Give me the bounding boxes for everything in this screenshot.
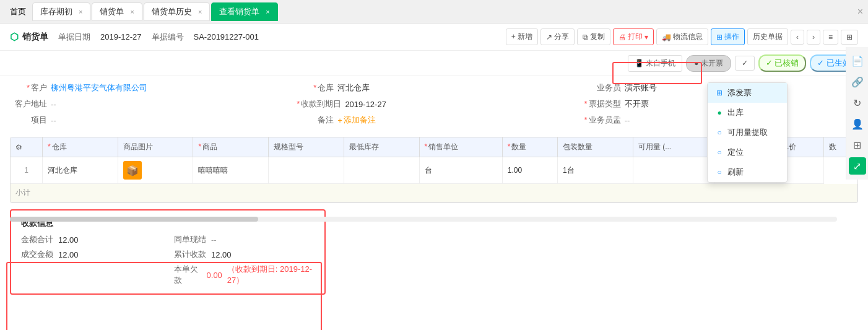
sidebar-icon-4[interactable]: 👤 bbox=[849, 115, 866, 132]
total-amount-label: 金额合计 bbox=[21, 234, 53, 245]
row-available bbox=[633, 157, 714, 184]
print-icon: 🖨 bbox=[618, 33, 626, 41]
row-image: 📦 bbox=[118, 157, 193, 184]
prev-button[interactable]: ‹ bbox=[791, 30, 804, 45]
verified-label: 已核销 bbox=[775, 58, 799, 67]
row-min-stock bbox=[344, 157, 419, 184]
row-num: 1 bbox=[11, 157, 43, 184]
doc-type-label: 销货单 bbox=[22, 32, 48, 43]
col-min-stock: 最低库存 bbox=[344, 137, 419, 157]
tab-sales[interactable]: 销货单 × bbox=[92, 2, 142, 21]
check-button[interactable]: ✓ bbox=[735, 56, 755, 71]
same-order-label: 同单现结 bbox=[174, 234, 206, 245]
not-open-label: 未开票 bbox=[701, 58, 723, 69]
history-label: 历史单据 bbox=[753, 32, 783, 42]
print-button[interactable]: 🖨 打印 ▾ bbox=[613, 28, 654, 45]
doc-meta: 单据日期 2019-12-27 单据编号 SA-20191227-001 bbox=[58, 32, 259, 43]
note-label: 备注 bbox=[297, 115, 334, 126]
col-quantity: *数量 bbox=[502, 137, 557, 157]
copy-label: 复制 bbox=[590, 32, 605, 42]
sales-order-icon: ⬡ bbox=[10, 31, 19, 43]
tab-inventory[interactable]: 库存期初 × bbox=[32, 2, 90, 21]
sidebar-icon-1[interactable]: 📄 bbox=[849, 52, 866, 69]
outbound-label: 出库 bbox=[727, 107, 744, 118]
print-label: 打印 bbox=[628, 32, 643, 42]
bill-type-value: 不开票 bbox=[625, 98, 649, 110]
share-button[interactable]: ↗ 分享 bbox=[540, 28, 575, 45]
sidebar-icon-5[interactable]: ⊞ bbox=[849, 136, 866, 154]
effective-icon: ✓ bbox=[817, 58, 824, 67]
transaction-amount-value: 12.00 bbox=[58, 250, 79, 259]
total-amount-item: 金额合计 12.00 bbox=[21, 234, 162, 245]
due-date-note: （收款到期日: 2019-12-27） bbox=[227, 264, 315, 286]
number-value: SA-20191227-001 bbox=[194, 32, 259, 41]
tab-sales-history-label: 销货单历史 bbox=[152, 6, 192, 17]
project-field: 项目 -- bbox=[10, 115, 284, 126]
copy-icon: ⧉ bbox=[583, 33, 588, 41]
warehouse-value: 河北仓库 bbox=[337, 82, 370, 93]
operation-icon: ⊞ bbox=[716, 33, 723, 41]
verified-button[interactable]: ✓ 已核销 bbox=[758, 54, 807, 72]
from-phone-label: 来自手机 bbox=[646, 58, 675, 69]
same-order-item: 同单现结 -- bbox=[174, 234, 315, 245]
project-label: 项目 bbox=[10, 115, 47, 126]
add-note-button[interactable]: + 添加备注 bbox=[337, 115, 376, 126]
scroll-thumb[interactable] bbox=[10, 217, 258, 222]
logistics-button[interactable]: 🚚 物流信息 bbox=[656, 28, 708, 45]
available-label: 可用量提取 bbox=[727, 127, 768, 138]
refresh-label: 刷新 bbox=[727, 167, 744, 178]
tab-view-sales-close[interactable]: × bbox=[266, 8, 269, 15]
history-button[interactable]: 历史单据 bbox=[747, 28, 788, 45]
radio-icon-1: ○ bbox=[715, 128, 724, 137]
col-product: *商品 bbox=[193, 137, 269, 157]
salesperson2-label: 业务员盂 bbox=[584, 115, 621, 126]
menu-item-outbound[interactable]: ● 出库 bbox=[708, 103, 787, 123]
share-label: 分享 bbox=[554, 32, 569, 42]
sidebar-icon-2[interactable]: 🔗 bbox=[849, 73, 866, 90]
warehouse-label: 仓库 bbox=[297, 82, 334, 93]
bill-type-label: 票据类型 bbox=[584, 98, 621, 110]
tab-inventory-label: 库存期初 bbox=[40, 6, 72, 17]
menu-item-refresh[interactable]: ○ 刷新 bbox=[708, 162, 787, 182]
subtotal-label: 小计 bbox=[11, 184, 857, 202]
row-unit: 台 bbox=[419, 157, 502, 184]
note-field: 备注 + 添加备注 bbox=[297, 115, 571, 126]
menu-item-add-invoice[interactable]: ⊞ 添发票 bbox=[708, 83, 787, 103]
main-content: ⬡ 销货单 单据日期 2019-12-27 单据编号 SA-20191227-0… bbox=[0, 24, 868, 330]
next-button[interactable]: › bbox=[807, 30, 820, 45]
customer-value[interactable]: 柳州粤港平安气体有限公司 bbox=[51, 82, 147, 93]
row-spec bbox=[269, 157, 344, 184]
tab-sales-history-close[interactable]: × bbox=[198, 8, 202, 15]
close-window-button[interactable]: × bbox=[857, 6, 863, 17]
payment-grid: 金额合计 12.00 同单现结 -- 成交金额 12.00 累计收款 12.00 bbox=[21, 234, 315, 286]
new-button[interactable]: + 新增 bbox=[506, 28, 538, 45]
operation-button[interactable]: ⊞ 操作 bbox=[711, 28, 745, 45]
owe-label: 本单欠款 bbox=[174, 264, 202, 286]
horizontal-scrollbar[interactable] bbox=[10, 217, 837, 222]
col-settings[interactable]: ⚙ bbox=[11, 137, 43, 157]
date-label: 单据日期 bbox=[58, 32, 90, 43]
from-phone-button[interactable]: 📱 来自手机 bbox=[628, 55, 682, 72]
grid-view-button[interactable]: ≡ bbox=[823, 30, 838, 45]
not-open-icon: ● bbox=[694, 59, 698, 67]
operation-label: 操作 bbox=[724, 32, 739, 42]
menu-item-locate[interactable]: ○ 定位 bbox=[708, 142, 787, 162]
plus-icon: + bbox=[337, 116, 342, 125]
copy-button[interactable]: ⧉ 复制 bbox=[577, 28, 610, 45]
row-quantity: 1.00 bbox=[502, 157, 557, 184]
cumulative-value: 12.00 bbox=[211, 250, 232, 259]
list-view-button[interactable]: ⊞ bbox=[841, 30, 858, 45]
tab-view-sales[interactable]: 查看销货单 × bbox=[211, 2, 277, 21]
tab-sales-close[interactable]: × bbox=[130, 8, 134, 15]
cumulative-label: 累计收款 bbox=[174, 249, 206, 260]
sidebar-icon-expand[interactable]: ⤢ bbox=[849, 157, 866, 175]
sidebar-icon-3[interactable]: ↻ bbox=[849, 94, 866, 111]
tab-inventory-close[interactable]: × bbox=[79, 8, 82, 15]
tab-home[interactable]: 首页 bbox=[5, 6, 31, 17]
not-open-button[interactable]: ● 未开票 bbox=[686, 55, 731, 72]
due-date-field: 收款到期日 2019-12-27 bbox=[297, 98, 571, 110]
tab-sales-history[interactable]: 销货单历史 × bbox=[144, 2, 210, 21]
add-note-label: 添加备注 bbox=[344, 115, 376, 126]
locate-label: 定位 bbox=[727, 147, 744, 158]
menu-item-available[interactable]: ○ 可用量提取 bbox=[708, 123, 787, 142]
